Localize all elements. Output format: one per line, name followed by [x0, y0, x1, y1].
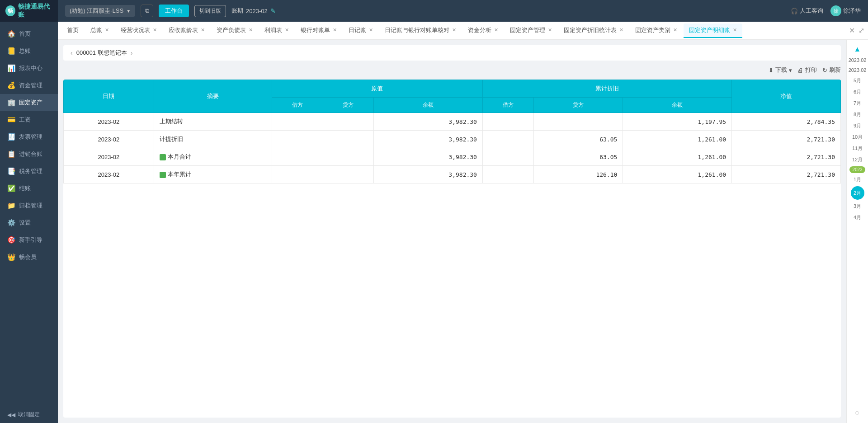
sidebar-item-label: 资金管理	[19, 81, 42, 89]
tab-fixed-detail-label: 固定资产明细账	[689, 26, 730, 34]
tab-home-label: 首页	[67, 26, 79, 34]
cell-orig-balance: 3,982.30	[374, 113, 483, 131]
cell-dep-credit	[533, 113, 623, 131]
timeline-month-1[interactable]: 1月	[847, 174, 868, 185]
tab-bank[interactable]: 银行对账单 ✕	[295, 24, 342, 38]
col-dep-credit: 贷方	[533, 98, 623, 113]
tab-business[interactable]: 经营状况表 ✕	[115, 24, 162, 38]
timeline-month-4[interactable]: 4月	[847, 212, 868, 223]
refresh-button[interactable]: ↻ 刷新	[822, 66, 841, 74]
timeline-month-12[interactable]: 12月	[847, 154, 868, 165]
tab-assets[interactable]: 资产负债表 ✕	[211, 24, 258, 38]
sidebar-item-fund[interactable]: 💰 资金管理	[0, 77, 58, 94]
tab-assets-close[interactable]: ✕	[249, 27, 253, 33]
timeline-period-1[interactable]: 2023.02	[847, 55, 868, 65]
unpin-label: 取消固定	[18, 411, 40, 418]
breadcrumb-prev[interactable]: ‹	[71, 49, 73, 56]
tab-journal-bank-close[interactable]: ✕	[452, 27, 456, 33]
table-row: 2023-02 计提折旧 3,982.30 63.05 1,261.00 2,7…	[64, 131, 841, 148]
sidebar-item-member[interactable]: 👑 畅会员	[0, 249, 58, 266]
sidebar-item-label: 税务管理	[19, 167, 42, 175]
timeline-scroll-up[interactable]: ▲	[852, 43, 863, 55]
sidebar-item-fixed[interactable]: 🏢 固定资产	[0, 94, 58, 111]
tab-home[interactable]: 首页	[61, 24, 84, 38]
timeline-bottom-icon[interactable]: ○	[853, 406, 862, 419]
tab-fixed-type[interactable]: 固定资产类别 ✕	[630, 24, 683, 38]
sidebar-unpin[interactable]: ◀◀ 取消固定	[0, 406, 58, 423]
tab-profit[interactable]: 利润表 ✕	[259, 24, 294, 38]
cell-dep-credit: 63.05	[533, 148, 623, 166]
sidebar-item-settings[interactable]: ⚙️ 设置	[0, 214, 58, 231]
user-menu[interactable]: 徐 徐泽华	[830, 5, 861, 16]
tab-business-close[interactable]: ✕	[153, 27, 157, 33]
tab-journal-bank[interactable]: 日记账与银行对账单核对 ✕	[379, 24, 462, 38]
timeline-month-9[interactable]: 9月	[847, 120, 868, 132]
switch-old-version-button[interactable]: 切到旧版	[194, 5, 226, 17]
tab-close-all-button[interactable]: ✕	[849, 26, 855, 35]
tab-fund-label: 资金分析	[468, 26, 491, 34]
workbench-button[interactable]: 工作台	[159, 5, 189, 17]
sidebar-item-sales[interactable]: 📋 进销台账	[0, 146, 58, 163]
breadcrumb-next[interactable]: ›	[131, 49, 133, 56]
sidebar-item-invoice[interactable]: 🧾 发票管理	[0, 128, 58, 146]
download-label: 下载	[775, 66, 787, 74]
timeline-month-5[interactable]: 5月	[847, 75, 868, 86]
settle-icon: ✅	[7, 184, 15, 193]
sidebar-item-label: 总账	[19, 47, 31, 55]
sidebar-item-reports[interactable]: 📊 报表中心	[0, 60, 58, 77]
timeline-month-2-active[interactable]: 2月	[851, 186, 864, 200]
tab-expand-button[interactable]: ⤢	[859, 26, 864, 35]
timeline-month-10[interactable]: 10月	[847, 132, 868, 143]
sidebar-nav: 🏠 首页 📒 总账 📊 报表中心 💰 资金管理 🏢 固定资产 💳 工资 🧾 发票…	[0, 22, 58, 406]
tab-profit-close[interactable]: ✕	[285, 27, 289, 33]
tab-bank-close[interactable]: ✕	[333, 27, 337, 33]
sidebar-item-archive[interactable]: 📁 归档管理	[0, 197, 58, 214]
tab-journal[interactable]: 日记账 ✕	[343, 24, 378, 38]
timeline-month-8[interactable]: 8月	[847, 109, 868, 120]
sidebar-item-label: 畅会员	[19, 253, 37, 261]
tab-fixed-type-close[interactable]: ✕	[673, 27, 677, 33]
cell-orig-balance: 3,982.30	[374, 166, 483, 183]
company-dropdown-icon: ▼	[126, 9, 131, 14]
sidebar-item-label: 结账	[19, 184, 31, 193]
copy-button[interactable]: ⧉	[141, 5, 153, 17]
tab-general-close[interactable]: ✕	[105, 27, 109, 33]
tab-fixed-deprec[interactable]: 固定资产折旧统计表 ✕	[558, 24, 629, 38]
timeline-month-11[interactable]: 11月	[847, 143, 868, 154]
timeline-month-7[interactable]: 7月	[847, 98, 868, 109]
sidebar-item-label: 发票管理	[19, 133, 42, 141]
tab-general[interactable]: 总账 ✕	[85, 24, 114, 38]
cell-desc: 本年累计	[154, 166, 272, 183]
company-selector[interactable]: (劝勉) 江西服圭-LSS ▼	[65, 5, 135, 17]
download-button[interactable]: ⬇ 下载 ▾	[769, 66, 792, 74]
tab-fund-close[interactable]: ✕	[494, 27, 498, 33]
tab-fixed-detail[interactable]: 固定资产明细账 ✕	[684, 24, 742, 38]
sidebar-item-salary[interactable]: 💳 工资	[0, 111, 58, 128]
period-edit-icon[interactable]: ✎	[270, 7, 276, 14]
cell-dep-balance: 1,261.00	[623, 131, 732, 148]
cell-date: 2023-02	[64, 113, 154, 131]
sidebar-item-settle[interactable]: ✅ 结账	[0, 180, 58, 197]
tab-receivable[interactable]: 应收账龄表 ✕	[163, 24, 210, 38]
sidebar-item-general[interactable]: 📒 总账	[0, 42, 58, 60]
customer-service-button[interactable]: 🎧 人工客询	[791, 7, 823, 15]
tab-receivable-close[interactable]: ✕	[201, 27, 205, 33]
print-button[interactable]: 🖨 打印	[797, 66, 817, 74]
timeline-period-2[interactable]: 2023.02	[847, 65, 868, 75]
fixed-icon: 🏢	[7, 99, 15, 107]
sidebar-item-home[interactable]: 🏠 首页	[0, 25, 58, 42]
tab-fixed-deprec-close[interactable]: ✕	[619, 27, 623, 33]
timeline-month-6[interactable]: 6月	[847, 86, 868, 98]
tab-fixed-detail-close[interactable]: ✕	[733, 27, 737, 33]
tab-fund[interactable]: 资金分析 ✕	[462, 24, 504, 38]
timeline-month-3[interactable]: 3月	[847, 201, 868, 212]
sidebar-item-guide[interactable]: 🎯 新手引导	[0, 231, 58, 249]
cell-orig-debit	[272, 113, 323, 131]
tab-journal-close[interactable]: ✕	[369, 27, 373, 33]
timeline-year-2023[interactable]: 2023	[849, 166, 865, 173]
tab-fixed-mgmt[interactable]: 固定资产管理 ✕	[505, 24, 557, 38]
cell-orig-credit	[323, 148, 374, 166]
sidebar-item-label: 进销台账	[19, 150, 42, 158]
sidebar-item-tax[interactable]: 📑 税务管理	[0, 163, 58, 180]
tab-fixed-mgmt-close[interactable]: ✕	[548, 27, 552, 33]
